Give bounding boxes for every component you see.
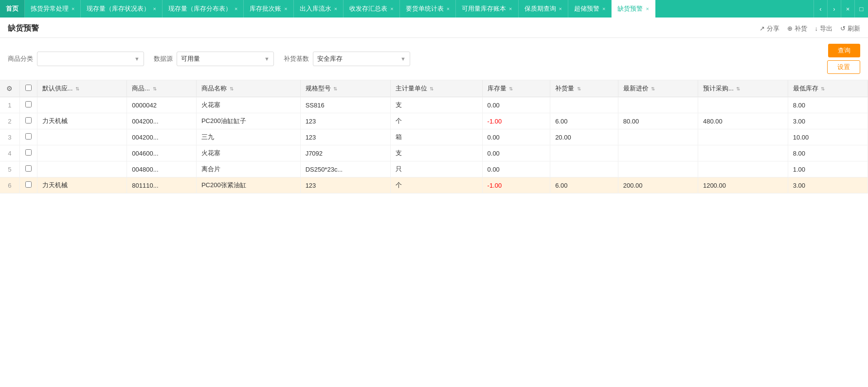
table-row: 5 004800... 离合片 DS250*23c... 只 0.00 1.00 <box>0 161 868 177</box>
row-latest-price-cell: 200.00 <box>618 177 698 194</box>
col-latest-price[interactable]: 最新进价 ⇅ <box>618 80 698 97</box>
row-checkbox[interactable] <box>25 117 32 123</box>
row-checkbox-cell[interactable] <box>19 129 37 145</box>
replenish-button[interactable]: ⊕ 补货 <box>787 24 807 33</box>
row-replenish-cell <box>550 97 618 113</box>
row-latest-price-cell <box>618 145 698 161</box>
tab-collect-summary-close[interactable]: × <box>390 6 393 12</box>
tab-home[interactable]: 首页 <box>0 0 25 18</box>
col-product-code[interactable]: 商品... ⇅ <box>127 80 197 97</box>
tab-shortage-close[interactable]: × <box>646 6 649 12</box>
col-stock-label: 库存量 <box>488 85 506 92</box>
col-latest-price-sort-icon: ⇅ <box>651 86 655 91</box>
tab-next-button[interactable]: › <box>827 0 841 18</box>
col-select-all[interactable] <box>19 80 37 97</box>
col-unit[interactable]: 主计量单位 ⇅ <box>390 80 482 97</box>
tab-expiry-query-close[interactable]: × <box>559 6 562 12</box>
tab-available-ledger-close[interactable]: × <box>509 6 512 12</box>
row-min-stock-cell: 10.00 <box>788 129 868 145</box>
row-product-code-cell: 004800... <box>127 161 197 177</box>
row-checkbox[interactable] <box>25 165 32 172</box>
tab-home-label: 首页 <box>6 4 18 13</box>
row-checkbox[interactable] <box>25 181 32 188</box>
tab-inventory-dist[interactable]: 现存量（库存分布表） × <box>163 0 244 18</box>
row-product-code-cell: 004200... <box>127 129 197 145</box>
tab-batch-account[interactable]: 库存批次账 × <box>244 0 293 18</box>
row-replenish-cell: 20.00 <box>550 129 618 145</box>
tab-prev-button[interactable]: ‹ <box>814 0 827 18</box>
tab-inventory-status-close[interactable]: × <box>153 6 156 12</box>
tab-nav-buttons: ‹ › × □ <box>814 0 868 18</box>
col-replenish-sort-icon: ⇅ <box>577 86 581 91</box>
tab-close-window-button[interactable]: × <box>841 0 854 18</box>
row-stock-cell: 0.00 <box>482 161 550 177</box>
col-min-stock-label: 最低库存 <box>793 85 818 92</box>
row-checkbox-cell[interactable] <box>19 97 37 113</box>
tab-maximize-button[interactable]: □ <box>854 0 868 18</box>
row-checkbox[interactable] <box>25 149 32 156</box>
col-min-stock[interactable]: 最低库存 ⇅ <box>788 80 868 97</box>
row-min-stock-cell: 1.00 <box>788 161 868 177</box>
refresh-icon: ↺ <box>840 25 846 32</box>
col-spec-label: 规格型号 <box>306 85 331 92</box>
row-product-name-cell: 火花塞 <box>196 97 300 113</box>
tab-demand-stat[interactable]: 要货单统计表 × <box>400 0 456 18</box>
col-product-name[interactable]: 商品名称 ⇅ <box>196 80 300 97</box>
row-checkbox-cell[interactable] <box>19 177 37 194</box>
row-checkbox-cell[interactable] <box>19 161 37 177</box>
table-row: 2 力天机械 004200... PC200油缸缸子 123 个 -1.00 6… <box>0 113 868 129</box>
export-label: 导出 <box>820 24 832 33</box>
col-settings[interactable]: ⚙ <box>0 80 19 97</box>
tab-overstock[interactable]: 超储预警 × <box>568 0 612 18</box>
tab-overstock-close[interactable]: × <box>602 6 605 12</box>
share-label: 分享 <box>767 24 779 33</box>
select-all-checkbox[interactable] <box>25 85 32 91</box>
tab-abnormal[interactable]: 拣货异常处理 × <box>25 0 81 18</box>
col-supplier[interactable]: 默认供应... ⇅ <box>37 80 127 97</box>
header-actions: ↗ 分享 ⊕ 补货 ↓ 导出 ↺ 刷新 <box>760 24 861 33</box>
row-checkbox-cell[interactable] <box>19 113 37 129</box>
tab-inout-flow[interactable]: 出入库流水 × <box>294 0 344 18</box>
tab-available-ledger-label: 可用量库存账本 <box>462 4 506 13</box>
query-button[interactable]: 查询 <box>828 44 860 57</box>
tab-demand-stat-close[interactable]: × <box>447 6 450 12</box>
table-header-row: ⚙ 默认供应... ⇅ 商品... ⇅ 商品名称 ⇅ <box>0 80 868 97</box>
tab-inventory-status[interactable]: 现存量（库存状况表） × <box>81 0 162 18</box>
col-replenish[interactable]: 补货量 ⇅ <box>550 80 618 97</box>
tab-shortage[interactable]: 缺货预警 × <box>612 0 655 18</box>
col-est-purchase-label: 预计采购... <box>703 85 734 92</box>
tab-batch-account-close[interactable]: × <box>284 6 287 12</box>
export-button[interactable]: ↓ 导出 <box>815 24 833 33</box>
tab-available-ledger[interactable]: 可用量库存账本 × <box>456 0 518 18</box>
row-checkbox[interactable] <box>25 101 32 107</box>
row-product-code-cell: 004600... <box>127 145 197 161</box>
refresh-button[interactable]: ↺ 刷新 <box>840 24 860 33</box>
col-stock[interactable]: 库存量 ⇅ <box>482 80 550 97</box>
row-checkbox-cell[interactable] <box>19 145 37 161</box>
row-unit-cell: 个 <box>390 113 482 129</box>
replenish-base-filter-select[interactable]: 安全库存 ▼ <box>313 52 410 66</box>
table-body: 1 0000042 火花塞 SS816 支 0.00 8.00 2 力天机械 0… <box>0 97 868 194</box>
category-filter-select[interactable]: ▼ <box>37 52 144 66</box>
datasource-filter-select[interactable]: 可用量 ▼ <box>177 52 274 66</box>
tab-inout-flow-close[interactable]: × <box>334 6 337 12</box>
col-est-purchase[interactable]: 预计采购... ⇅ <box>698 80 788 97</box>
row-latest-price-cell: 80.00 <box>618 113 698 129</box>
replenish-base-dropdown-icon: ▼ <box>400 56 406 62</box>
tab-collect-summary[interactable]: 收发存汇总表 × <box>344 0 399 18</box>
row-unit-cell: 只 <box>390 161 482 177</box>
row-checkbox[interactable] <box>25 133 32 140</box>
tab-inventory-dist-close[interactable]: × <box>235 6 237 12</box>
row-min-stock-cell: 8.00 <box>788 97 868 113</box>
filter-area: 商品分类 ▼ 数据源 可用量 ▼ 补货基数 安全库存 ▼ 查询 设置 <box>0 38 868 80</box>
tab-expiry-query[interactable]: 保质期查询 × <box>519 0 568 18</box>
table-settings-gear-icon[interactable]: ⚙ <box>6 85 13 92</box>
share-button[interactable]: ↗ 分享 <box>760 24 779 33</box>
col-supplier-sort-icon: ⇅ <box>75 86 79 91</box>
settings-button[interactable]: 设置 <box>827 60 860 74</box>
row-product-code-cell: 801110... <box>127 177 197 194</box>
col-spec[interactable]: 规格型号 ⇅ <box>300 80 390 97</box>
tab-abnormal-close[interactable]: × <box>72 6 74 12</box>
row-num-cell: 4 <box>0 145 19 161</box>
category-filter-label: 商品分类 <box>8 54 33 63</box>
